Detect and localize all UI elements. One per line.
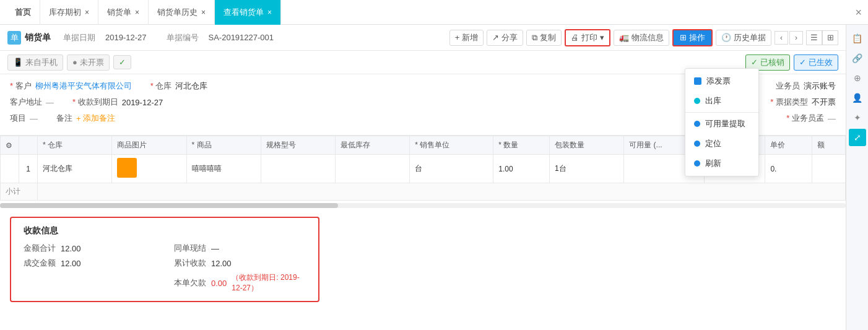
tab-home[interactable]: 首页	[6, 0, 40, 25]
row-spec	[261, 155, 335, 183]
date-value: 2019-12-27	[105, 33, 147, 42]
due-date-label: 收款到期日	[72, 97, 118, 108]
phone-icon: 📱	[13, 58, 23, 67]
tab-sales-label: 销货单	[107, 7, 131, 18]
right-icon-3[interactable]: ⊕	[849, 69, 866, 87]
address-value: —	[46, 98, 54, 107]
new-button[interactable]: + 新增	[449, 30, 484, 46]
salesperson-value: 演示账号	[804, 80, 836, 92]
view-list-button[interactable]: ☰	[806, 30, 822, 45]
not-open-ticket-button[interactable]: ● 未开票	[67, 54, 110, 71]
dropdown-avail-extract[interactable]: 可用量提取	[685, 114, 758, 134]
nav-prev-button[interactable]: ‹	[775, 31, 788, 45]
document-panel: 单 销货单 单据日期 2019-12-27 单据编号 SA-20191227-0…	[0, 25, 846, 330]
salesperson-label: 业务员	[776, 80, 800, 92]
tab-view-sales[interactable]: 查看销货单 ×	[215, 0, 281, 25]
ship-label: 出库	[705, 95, 721, 106]
customer-label: 客户	[10, 80, 32, 92]
salesperson2-field: 业务员孟 —	[786, 113, 836, 124]
note-field: 备注 + 添加备注	[56, 113, 115, 124]
right-icon-2[interactable]: 🔗	[849, 50, 866, 67]
not-open-icon: ●	[72, 58, 77, 67]
tab-home-label: 首页	[15, 7, 31, 18]
row-num: 1	[19, 155, 38, 183]
right-icon-1[interactable]: 📋	[849, 30, 866, 47]
nav-next-button[interactable]: ›	[789, 31, 803, 45]
doc-title: 销货单	[25, 32, 51, 43]
locate-icon	[694, 141, 700, 147]
th-product: * 商品	[186, 136, 261, 155]
share-icon: ↗	[492, 33, 499, 42]
th-gear: ⚙	[1, 136, 19, 155]
right-panel: 📋 🔗 ⊕ 👤 ✦ ⤢	[846, 25, 868, 330]
dropdown-locate[interactable]: 定位	[685, 134, 758, 154]
row-amount	[812, 155, 846, 183]
print-label: 打印	[581, 32, 597, 43]
doc-meta: 单据日期 2019-12-27 单据编号 SA-20191227-001	[63, 32, 449, 43]
verified-label: 已核销	[760, 57, 784, 68]
th-pack-qty: 包装数量	[550, 136, 624, 155]
window-close-button[interactable]: ×	[855, 6, 862, 19]
view-btns: ☰ ⊞	[806, 30, 838, 45]
warehouse-value: 河北仓库	[175, 80, 207, 92]
tab-sales-history[interactable]: 销货单历史 ×	[149, 0, 215, 25]
tab-inventory-close[interactable]: ×	[85, 8, 89, 17]
row-product: 嘻嘻嘻嘻	[186, 155, 261, 183]
tab-view-sales-close[interactable]: ×	[267, 8, 272, 17]
date-label: 单据日期	[63, 32, 95, 43]
th-amount: 额	[812, 136, 846, 155]
right-icon-4[interactable]: 👤	[849, 89, 866, 106]
summary-box: 收款信息 金额合计 12.00 同单现结 — 成交金额 12.00 累计收款 1…	[10, 217, 319, 302]
tab-sales-history-close[interactable]: ×	[201, 8, 206, 17]
add-note-button[interactable]: + 添加备注	[76, 113, 115, 124]
print-button[interactable]: 🖨 打印 ▾	[565, 29, 610, 46]
row-qty: 1.00	[493, 155, 550, 183]
add-note-label: 添加备注	[83, 113, 115, 124]
plus-icon: +	[76, 114, 81, 123]
table-scrollbar[interactable]	[0, 203, 846, 208]
add-invoice-icon	[694, 77, 701, 85]
cumulative-payment-item: 累计收款 12.00	[174, 258, 306, 269]
row-price: 0.	[765, 155, 812, 183]
total-amount-val: 12.00	[61, 244, 81, 253]
row-warehouse: 河北仓库	[38, 155, 112, 183]
check1-button[interactable]: ✓	[113, 55, 131, 69]
view-grid-button[interactable]: ⊞	[822, 30, 838, 45]
cumulative-payment-label: 累计收款	[174, 258, 206, 269]
tab-inventory[interactable]: 库存期初 ×	[40, 0, 98, 25]
dropdown-divider	[685, 112, 758, 113]
th-spec: 规格型号	[261, 136, 335, 155]
right-icon-6-expand[interactable]: ⤢	[849, 129, 866, 146]
dropdown-refresh[interactable]: 刷新	[685, 154, 758, 173]
row-min-stock	[336, 155, 410, 183]
subtotal-row: 小计	[1, 183, 846, 201]
no-value: SA-20191227-001	[209, 33, 274, 42]
print-dropdown-arrow: ▾	[600, 33, 604, 42]
history-label: 历史单据	[734, 32, 766, 43]
operation-button[interactable]: ⊞ 操作	[672, 29, 713, 46]
logistics-button[interactable]: 🚛 物流信息	[614, 30, 669, 46]
share-button[interactable]: ↗ 分享	[487, 30, 523, 46]
customer-value[interactable]: 柳州粤港平安气体有限公司	[35, 80, 132, 92]
effective-check-icon: ✓	[799, 58, 806, 67]
from-phone-label: 来自手机	[25, 57, 58, 68]
note-label: 备注	[56, 113, 72, 124]
dropdown-ship[interactable]: 出库	[685, 91, 758, 111]
right-icon-5[interactable]: ✦	[849, 109, 866, 126]
effective-button[interactable]: ✓ 已生效	[794, 54, 838, 71]
tab-sales-history-label: 销货单历史	[157, 7, 197, 18]
tab-sales-close[interactable]: ×	[135, 8, 139, 17]
outstanding-label: 本单欠款	[174, 277, 206, 289]
dropdown-add-invoice[interactable]: 添发票	[685, 71, 758, 91]
copy-button[interactable]: ⧉ 复制	[526, 30, 562, 46]
same-settle-val: —	[211, 244, 219, 253]
address-label: 客户地址	[10, 97, 42, 108]
row-img	[112, 155, 186, 183]
row-pack-qty: 1台	[550, 155, 624, 183]
th-qty: * 数量	[493, 136, 550, 155]
history-button[interactable]: 🕐 历史单据	[716, 30, 771, 46]
from-phone-button[interactable]: 📱 来自手机	[7, 54, 63, 71]
tab-sales[interactable]: 销货单 ×	[98, 0, 149, 25]
copy-icon: ⧉	[532, 33, 537, 43]
refresh-label: 刷新	[705, 158, 721, 169]
